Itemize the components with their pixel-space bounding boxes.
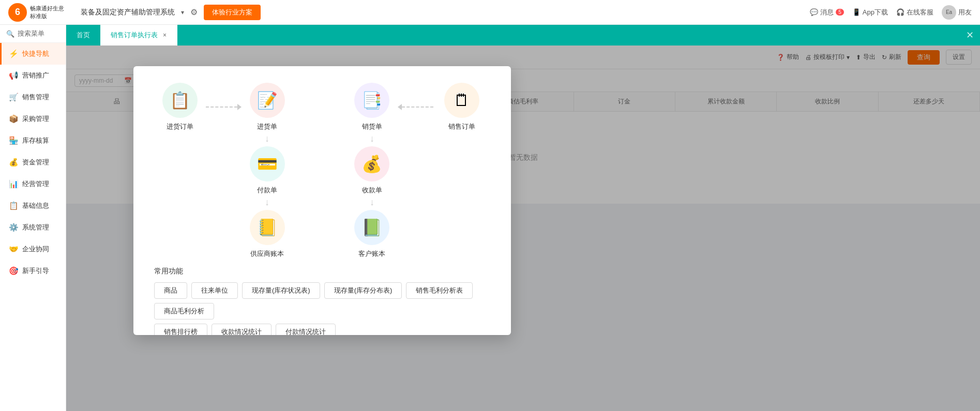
receipt-label: 收款单 <box>362 186 382 195</box>
online-service-btn[interactable]: 🎧 在线客服 <box>896 8 933 17</box>
operation-icon: 📊 <box>9 179 18 189</box>
receipt-circle: 💰 <box>354 146 389 181</box>
flow-item-supplier-ledger[interactable]: 📒 供应商账本 <box>242 210 293 258</box>
sales-order-circle: 🗒 <box>444 83 479 118</box>
sidebar-item-collab[interactable]: 🤝 企业协同 <box>0 238 66 260</box>
purchase-icon: 📦 <box>9 114 18 124</box>
sidebar-item-system[interactable]: ⚙️ 系统管理 <box>0 217 66 238</box>
supplier-ledger-label: 供应商账本 <box>250 249 284 258</box>
top-right-area: 💬 消息 5 📱 App下载 🎧 在线客服 Ea 用友 <box>810 5 972 20</box>
sidebar-search[interactable]: 🔍 搜索菜单 <box>0 25 66 43</box>
page-content: ❓ 帮助 🖨 按模板打印 ▾ ⬆ 导出 ↻ 刷新 <box>66 45 980 411</box>
common-btn-payment-stats[interactable]: 付款情况统计 <box>276 324 336 335</box>
purchase-bill-circle: 📝 <box>250 83 285 118</box>
flow-row-2: 💳 付款单 💰 收款单 <box>154 146 490 195</box>
sidebar-item-inventory[interactable]: 🏪 库存核算 <box>0 130 66 151</box>
sidebar-item-sales[interactable]: 🛒 销售管理 <box>0 86 66 108</box>
tab-bar: 首页 销售订单执行表 × ✕ <box>66 25 980 45</box>
down-arrows-row: ↓ ↓ <box>154 133 490 144</box>
flow-row-3: 📒 供应商账本 📗 客户账本 <box>154 210 490 258</box>
flow-item-sales-bill[interactable]: 📑 销货单 <box>346 83 398 131</box>
common-btn-stock-status[interactable]: 现存量(库存状况表) <box>242 282 320 299</box>
inventory-icon: 🏪 <box>9 136 18 145</box>
supplier-ledger-circle: 📒 <box>250 210 285 245</box>
avatar: Ea <box>942 5 956 20</box>
gear-button[interactable]: ⚙ <box>190 7 198 17</box>
tab-close-icon[interactable]: × <box>163 32 167 39</box>
sidebar-item-quick-nav[interactable]: ⚡ 快捷导航 <box>0 43 66 65</box>
purchase-bill-label: 进货单 <box>257 122 277 131</box>
sidebar: 🔍 搜索菜单 ⚡ 快捷导航 📢 营销推广 🛒 销售管理 📦 采购管理 🏪 <box>0 25 66 411</box>
logo-text: 畅康通好生意 标准版 <box>30 5 64 20</box>
modal-overlay: 📋 进货订单 📝 进货单 <box>66 45 980 411</box>
common-btn-product-margin[interactable]: 商品毛利分析 <box>154 303 214 319</box>
flow-row-1: 📋 进货订单 📝 进货单 <box>154 83 490 131</box>
sales-bill-circle: 📑 <box>354 83 389 118</box>
tab-home[interactable]: 首页 <box>66 25 100 45</box>
flow-item-purchase-bill[interactable]: 📝 进货单 <box>242 83 293 131</box>
sales-order-label: 销售订单 <box>448 122 475 131</box>
message-icon: 💬 <box>810 8 818 16</box>
flow-item-receipt[interactable]: 💰 收款单 <box>346 146 398 195</box>
basic-icon: 📋 <box>9 201 18 210</box>
marketing-icon: 📢 <box>9 71 18 80</box>
down-arrow-sales-bill: ↓ <box>346 133 398 144</box>
flow-item-sales-order[interactable]: 🗒 销售订单 <box>433 83 490 131</box>
common-buttons-row-2: 销售排行榜 收款情况统计 付款情况统计 <box>154 324 490 335</box>
flow-item-payment[interactable]: 💳 付款单 <box>242 146 293 195</box>
common-functions-title: 常用功能 <box>154 267 490 276</box>
logo-area: 6 畅康通好生意 标准版 <box>8 3 74 22</box>
down-arrow-receipt: ↓ <box>346 197 398 208</box>
logo-icon: 6 <box>8 3 27 22</box>
down-arrow-payment: ↓ <box>242 197 293 208</box>
customer-ledger-label: 客户账本 <box>358 249 385 258</box>
collab-icon: 🤝 <box>9 245 18 254</box>
common-btn-stock-dist[interactable]: 现存量(库存分布表) <box>324 282 402 299</box>
common-btn-receipt-stats[interactable]: 收款情况统计 <box>212 324 272 335</box>
common-btn-sales-margin[interactable]: 销售毛利分析表 <box>406 282 473 299</box>
tab-sales-execution[interactable]: 销售订单执行表 × <box>100 25 177 45</box>
sidebar-item-purchase[interactable]: 📦 采购管理 <box>0 108 66 130</box>
common-btn-partner[interactable]: 往来单位 <box>191 282 238 299</box>
top-bar: 6 畅康通好生意 标准版 装备及固定资产辅助管理系统 ▾ ⚙ 体验行业方案 💬 … <box>0 0 980 25</box>
purchase-order-label: 进货订单 <box>167 122 193 131</box>
headset-icon: 🎧 <box>896 8 904 16</box>
finance-icon: 💰 <box>9 158 18 167</box>
customer-ledger-circle: 📗 <box>354 210 389 245</box>
user-area[interactable]: Ea 用友 <box>942 5 972 20</box>
tab-bar-end: ✕ <box>966 29 980 41</box>
guide-icon: 🎯 <box>9 266 18 276</box>
payment-label: 付款单 <box>257 186 277 195</box>
common-btn-sales-rank[interactable]: 销售排行榜 <box>154 324 207 335</box>
sidebar-item-basic[interactable]: 📋 基础信息 <box>0 195 66 217</box>
content-area: 首页 销售订单执行表 × ✕ ❓ 帮助 🖨 <box>66 25 980 411</box>
down-arrows-row-2: ↓ ↓ <box>154 197 490 208</box>
tab-bar-close-btn[interactable]: ✕ <box>966 29 974 41</box>
flow-item-customer-ledger[interactable]: 📗 客户账本 <box>346 210 398 258</box>
sidebar-item-guide[interactable]: 🎯 新手引导 <box>0 260 66 282</box>
sidebar-item-operation[interactable]: 📊 经营管理 <box>0 173 66 195</box>
common-buttons-row-1: 商品 往来单位 现存量(库存状况表) 现存量(库存分布表) 销售毛利分析表 商品… <box>154 282 490 319</box>
message-btn[interactable]: 💬 消息 5 <box>810 8 844 17</box>
quick-nav-icon: ⚡ <box>9 49 18 58</box>
search-icon: 🔍 <box>6 30 14 38</box>
sidebar-item-finance[interactable]: 💰 资金管理 <box>0 151 66 173</box>
arrow-sales-order-to-bill <box>398 104 433 110</box>
message-badge: 5 <box>836 9 844 16</box>
trial-button[interactable]: 体验行业方案 <box>204 5 261 20</box>
arrow-purchase-to-bill <box>206 104 242 110</box>
common-section: 常用功能 商品 往来单位 现存量(库存状况表) 现存量(库存分布表) 销售毛利分… <box>154 267 490 335</box>
modal-box: 📋 进货订单 📝 进货单 <box>133 66 511 335</box>
app-download-btn[interactable]: 📱 App下载 <box>852 8 888 17</box>
system-icon: ⚙️ <box>9 223 18 232</box>
main-area: 🔍 搜索菜单 ⚡ 快捷导航 📢 营销推广 🛒 销售管理 📦 采购管理 🏪 <box>0 25 980 411</box>
sidebar-item-marketing[interactable]: 📢 营销推广 <box>0 65 66 86</box>
sales-bill-label: 销货单 <box>362 122 382 131</box>
app-download-icon: 📱 <box>852 8 861 16</box>
system-dropdown-btn[interactable]: ▾ <box>181 9 184 16</box>
system-title: 装备及固定资产辅助管理系统 <box>81 8 175 17</box>
flow-item-purchase-order[interactable]: 📋 进货订单 <box>154 83 206 131</box>
payment-circle: 💳 <box>250 146 285 181</box>
down-arrow-purchase-bill: ↓ <box>242 133 293 144</box>
common-btn-product[interactable]: 商品 <box>154 282 187 299</box>
